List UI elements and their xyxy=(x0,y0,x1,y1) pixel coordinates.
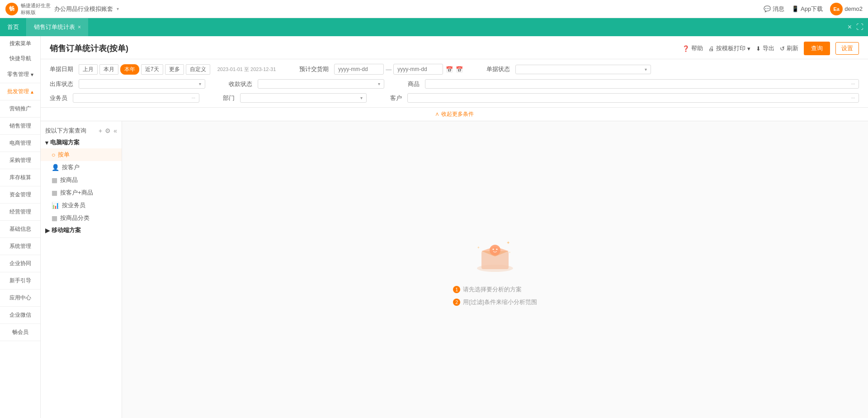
customer-more-icon[interactable]: ··· xyxy=(851,95,855,100)
goods-more-icon[interactable]: ··· xyxy=(851,81,855,86)
salesperson-more-icon[interactable]: ··· xyxy=(192,95,195,100)
scheme-icon-customer: 👤 xyxy=(52,164,59,171)
payment-dropdown-icon: ▾ xyxy=(378,81,380,86)
salesperson-label: 业务员 xyxy=(50,94,67,102)
scheme-item-by-goods-category[interactable]: ▦ 按商品分类 xyxy=(41,212,122,224)
collapse-bar[interactable]: ∧ 收起更多条件 xyxy=(41,108,868,121)
date-prev-month-btn[interactable]: 上月 xyxy=(79,64,98,75)
help-icon: ❓ xyxy=(682,45,689,52)
sidebar-item-system[interactable]: 系统管理 xyxy=(0,238,40,255)
sidebar-item-purchase[interactable]: 采购管理 xyxy=(0,152,40,169)
status-select[interactable]: ▾ xyxy=(515,65,651,74)
sidebar-item-guide[interactable]: 新手引导 xyxy=(0,272,40,290)
tip-num-1: 1 xyxy=(453,286,460,293)
dept-select[interactable]: ▾ xyxy=(240,93,367,103)
scheme-item-by-goods[interactable]: ▦ 按商品 xyxy=(41,174,122,186)
sidebar-quick-nav[interactable]: 快捷导航 xyxy=(0,51,40,66)
date-curr-year-btn[interactable]: 本年 xyxy=(120,64,139,75)
settings-button[interactable]: 设置 xyxy=(835,42,859,55)
sidebar: 搜索菜单 快捷导航 零售管理▾ 批发管理▴ 营销推广 销售管理 电商管理 采购管… xyxy=(0,36,41,418)
svg-text:✦: ✦ xyxy=(509,251,511,254)
calendar-end-icon[interactable]: 📅 xyxy=(456,66,463,73)
empty-tips: 1 请先选择要分析的方案 2 用[过滤]条件来缩小分析范围 xyxy=(453,285,537,306)
sidebar-item-finance[interactable]: 资金管理 xyxy=(0,186,40,204)
status-dropdown-icon: ▾ xyxy=(645,67,647,72)
sidebar-item-enterprise[interactable]: 企业协同 xyxy=(0,255,40,272)
dept-label: 部门 xyxy=(223,94,235,102)
page-header: 销售订单统计表(按单) ❓ 帮助 🖨 按模板打印 ▾ ⬇ 导出 ↺ 刷新 xyxy=(41,36,868,59)
sidebar-item-wholesale[interactable]: 批发管理▴ xyxy=(0,83,40,100)
scheme-item-by-customer-goods[interactable]: ▦ 按客户+商品 xyxy=(41,186,122,199)
salesperson-select[interactable]: ··· xyxy=(73,93,199,103)
tab-expand-btn[interactable]: ⛶ xyxy=(856,23,863,31)
sidebar-item-retail[interactable]: 零售管理▾ xyxy=(0,66,40,83)
sidebar-item-basic[interactable]: 基础信息 xyxy=(0,221,40,238)
svg-point-2 xyxy=(490,245,500,256)
sidebar-item-wxwork[interactable]: 企业微信 xyxy=(0,307,40,324)
date-separator: — xyxy=(386,66,392,73)
app-download-btn[interactable]: 📱 App下载 xyxy=(792,5,823,13)
print-dropdown-icon: ▾ xyxy=(747,45,750,52)
shipment-select[interactable]: ▾ xyxy=(79,79,205,89)
svg-point-4 xyxy=(496,249,497,250)
refresh-btn[interactable]: ↺ 刷新 xyxy=(780,44,798,52)
scheme-item-by-salesperson[interactable]: 📊 按业务员 xyxy=(41,199,122,212)
scheme-icon-salesperson: 📊 xyxy=(52,202,59,209)
payment-label: 收款状态 xyxy=(229,80,252,88)
sidebar-item-inventory[interactable]: 库存核算 xyxy=(0,169,40,186)
calendar-start-icon[interactable]: 📅 xyxy=(446,66,453,73)
scheme-item-by-order[interactable]: ○ 按单 xyxy=(41,148,122,161)
sidebar-search[interactable]: 搜索菜单 xyxy=(0,36,40,51)
scheme-add-btn[interactable]: + xyxy=(99,127,102,134)
filter-row-1: 单据日期 上月 本月 本年 近7天 更多 自定义 2023-01-01 至 20… xyxy=(50,64,859,75)
filter-section: 单据日期 上月 本月 本年 近7天 更多 自定义 2023-01-01 至 20… xyxy=(41,59,868,108)
logo-area: 畅 畅捷通好生意 标账版 xyxy=(5,2,51,15)
scheme-collapse-btn[interactable]: « xyxy=(113,127,117,134)
tab-home[interactable]: 首页 xyxy=(0,18,27,36)
payment-select[interactable]: ▾ xyxy=(258,79,384,89)
help-btn[interactable]: ❓ 帮助 xyxy=(682,44,703,52)
tip-num-2: 2 xyxy=(453,299,460,306)
tab-active[interactable]: 销售订单统计表 × xyxy=(27,18,88,36)
date-custom-btn[interactable]: 自定义 xyxy=(186,64,210,75)
svg-text:✦: ✦ xyxy=(477,246,480,250)
top-bar: 畅 畅捷通好生意 标账版 办公用品行业模拟账套 ▾ 💬 消息 📱 App下载 E… xyxy=(0,0,868,18)
tab-minimize-btn[interactable]: × xyxy=(848,23,852,31)
expected-date-start[interactable] xyxy=(334,64,384,75)
sidebar-item-ecommerce[interactable]: 电商管理 xyxy=(0,135,40,152)
scheme-item-by-customer[interactable]: 👤 按客户 xyxy=(41,161,122,174)
filter-row-2: 出库状态 ▾ 收款状态 ▾ 商品 ··· xyxy=(50,79,859,89)
sidebar-item-appcenter[interactable]: 应用中心 xyxy=(0,290,40,307)
user-avatar[interactable]: Ea demo2 xyxy=(830,3,863,15)
date-more-btn[interactable]: 更多 xyxy=(165,64,184,75)
sidebar-item-operation[interactable]: 经营管理 xyxy=(0,204,40,221)
query-button[interactable]: 查询 xyxy=(804,42,830,55)
goods-select[interactable]: ··· xyxy=(425,79,859,89)
scheme-group-mobile-expand-icon: ▶ xyxy=(45,227,50,234)
sidebar-item-sales[interactable]: 销售管理 xyxy=(0,118,40,135)
empty-tip-1: 1 请先选择要分析的方案 xyxy=(453,285,537,294)
data-area: ✦ ✦ ✦ 1 请先选择要分析的方案 2 用[过滤]条件来缩小分析范围 xyxy=(122,121,868,418)
sidebar-item-member[interactable]: 畅会员 xyxy=(0,324,40,341)
customer-select[interactable]: ··· xyxy=(407,93,859,103)
sidebar-item-marketing[interactable]: 营销推广 xyxy=(0,100,40,118)
filter-row-3: 业务员 ··· 部门 ▾ 客户 ··· xyxy=(50,93,859,103)
message-btn[interactable]: 💬 消息 xyxy=(764,5,784,13)
date-label: 单据日期 xyxy=(50,65,73,73)
shipment-label: 出库状态 xyxy=(50,80,73,88)
scheme-settings-btn[interactable]: ⚙ xyxy=(105,127,111,134)
page-title: 销售订单统计表(按单) xyxy=(50,43,128,54)
empty-tip-2: 2 用[过滤]条件来缩小分析范围 xyxy=(453,298,537,306)
empty-illustration: ✦ ✦ ✦ xyxy=(468,233,522,278)
message-icon: 💬 xyxy=(764,5,771,12)
print-btn[interactable]: 🖨 按模板打印 ▾ xyxy=(708,44,750,52)
expected-date-label: 预计交货期 xyxy=(299,65,329,73)
title-dropdown-icon[interactable]: ▾ xyxy=(117,6,119,11)
header-actions: ❓ 帮助 🖨 按模板打印 ▾ ⬇ 导出 ↺ 刷新 查询 设置 xyxy=(682,42,859,55)
export-btn[interactable]: ⬇ 导出 xyxy=(756,44,774,52)
date-curr-month-btn[interactable]: 本月 xyxy=(99,64,118,75)
scheme-group-mobile: ▶ 移动端方案 xyxy=(41,224,122,236)
expected-date-end[interactable] xyxy=(393,64,443,75)
tab-close-btn[interactable]: × xyxy=(78,24,81,30)
date-7days-btn[interactable]: 近7天 xyxy=(141,64,163,75)
